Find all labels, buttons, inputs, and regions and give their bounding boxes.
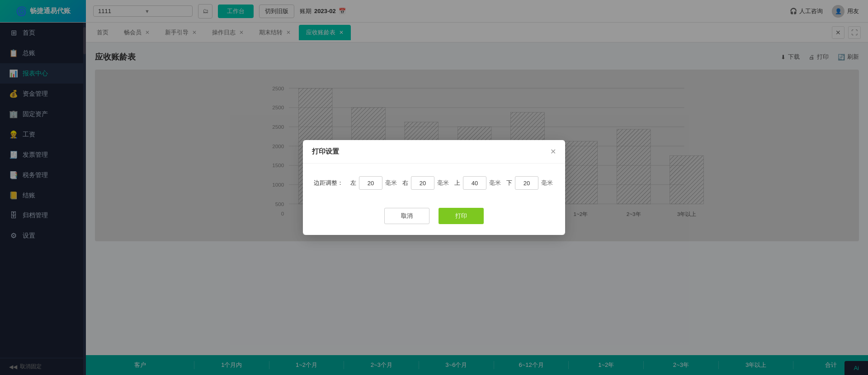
margin-row: 边距调整： 左 毫米 右 毫米 上 毫米 下 [314, 176, 554, 190]
margin-bottom-group: 下 毫米 [506, 176, 553, 190]
margin-bottom-label: 下 [506, 179, 512, 187]
modal-header: 打印设置 ✕ [303, 140, 565, 164]
margin-right-label: 右 [402, 179, 408, 187]
margin-right-group: 右 毫米 [402, 176, 449, 190]
modal-overlay[interactable]: 打印设置 ✕ 边距调整： 左 毫米 右 毫米 上 毫米 [0, 0, 868, 375]
margin-bottom-unit: 毫米 [541, 179, 553, 187]
margin-top-input[interactable] [463, 176, 486, 190]
margin-bottom-input[interactable] [515, 176, 538, 190]
margin-left-unit: 毫米 [385, 179, 397, 187]
margin-right-unit: 毫米 [437, 179, 449, 187]
margin-label: 边距调整： [314, 179, 343, 187]
modal-close-button[interactable]: ✕ [550, 148, 556, 155]
print-settings-modal: 打印设置 ✕ 边距调整： 左 毫米 右 毫米 上 毫米 [303, 140, 565, 235]
confirm-print-button[interactable]: 打印 [439, 208, 484, 224]
margin-top-group: 上 毫米 [454, 176, 501, 190]
margin-top-label: 上 [454, 179, 460, 187]
cancel-button[interactable]: 取消 [384, 208, 429, 224]
margin-left-group: 左 毫米 [350, 176, 397, 190]
margin-left-input[interactable] [359, 176, 382, 190]
margin-top-unit: 毫米 [489, 179, 501, 187]
modal-footer: 取消 打印 [303, 201, 565, 235]
modal-title: 打印设置 [312, 147, 339, 156]
margin-left-label: 左 [350, 179, 356, 187]
modal-body: 边距调整： 左 毫米 右 毫米 上 毫米 下 [303, 164, 565, 201]
margin-right-input[interactable] [411, 176, 434, 190]
